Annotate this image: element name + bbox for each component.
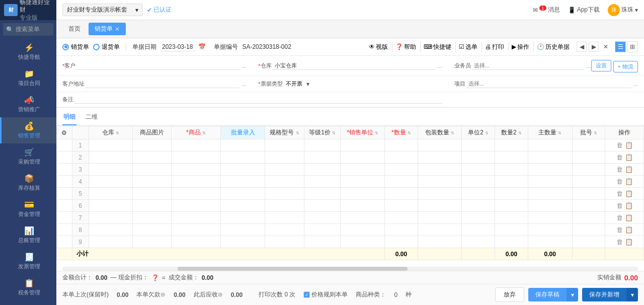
quantity-col-header[interactable]: *数量 ⇅: [385, 126, 418, 139]
delete-row-button[interactable]: 🗑: [616, 214, 623, 221]
price-rule-checkbox[interactable]: 价格规则本单: [303, 290, 348, 299]
sidebar-item-tax[interactable]: 📋 税务管理: [0, 274, 56, 300]
sidebar-item-purchase[interactable]: 🛒 采购管理: [0, 143, 56, 170]
unit2-col-header[interactable]: 单位2 ⇅: [462, 126, 495, 139]
prev-doc-button[interactable]: ◀: [577, 42, 587, 52]
customer-picker-button[interactable]: ...: [242, 63, 246, 69]
history-action[interactable]: 🕐 历史单据: [533, 42, 573, 52]
project-input[interactable]: [466, 80, 631, 88]
row-product[interactable]: [171, 139, 221, 151]
salesperson-input[interactable]: [472, 61, 585, 70]
discard-button[interactable]: 放弃: [495, 287, 524, 302]
main-qty-col-header[interactable]: 主数量 ⇅: [528, 126, 572, 139]
batch-col-header[interactable]: 批号 ⇅: [572, 126, 605, 139]
radio-return[interactable]: 退货单: [93, 43, 120, 51]
invoice-select[interactable]: 不开票 ▾: [284, 79, 442, 89]
delete-row-button[interactable]: 🗑: [616, 190, 623, 197]
company-selector[interactable]: 好业财专业版演示帐套 ▾: [62, 4, 143, 16]
table-scroll-area[interactable]: ⚙ 仓库 ⇅ 商品图片 *商品 ⇅: [56, 126, 644, 267]
customer-addr-picker-button[interactable]: ...: [242, 81, 246, 87]
copy-row-button[interactable]: 📋: [625, 154, 633, 161]
tab-home[interactable]: 首页: [62, 23, 87, 35]
customer-addr-input[interactable]: [86, 80, 239, 88]
scrollbar-thumb[interactable]: [178, 267, 408, 271]
sidebar-item-capital[interactable]: 💳 资金管理: [0, 196, 56, 222]
product-col-header[interactable]: *商品 ⇅: [171, 126, 221, 139]
user-avatar[interactable]: 珠 珠珠 ▾: [608, 4, 638, 16]
help-action[interactable]: ❓ 帮助: [392, 42, 419, 52]
print-action[interactable]: 🖨 打印: [481, 42, 507, 52]
save-new-button[interactable]: 保存并新增: [582, 288, 626, 301]
warehouse-col-header[interactable]: 仓库 ⇅: [89, 126, 133, 139]
view-action[interactable]: 👁 视版: [366, 42, 391, 52]
sidebar-item-invoice[interactable]: 🧾 发票管理: [0, 248, 56, 274]
row-main-qty[interactable]: [528, 139, 572, 151]
row-product-img[interactable]: [133, 139, 172, 151]
sidebar-item-general[interactable]: 📊 总账管理: [0, 222, 56, 248]
copy-row-button[interactable]: 📋: [625, 214, 633, 221]
grid-view-button[interactable]: ⊞: [627, 41, 638, 52]
shortcut-action[interactable]: ⌨ 快捷键: [420, 42, 454, 52]
sidebar-item-quick-nav[interactable]: ⚡ 快捷导航: [0, 39, 56, 65]
save-new-dropdown-button[interactable]: ▾: [626, 288, 638, 301]
horizontal-scrollbar[interactable]: [62, 267, 638, 271]
price-col-header[interactable]: 等级1价 ⇅: [304, 126, 341, 139]
row-unit2[interactable]: [462, 139, 495, 151]
delete-row-button[interactable]: 🗑: [616, 202, 623, 209]
sidebar-item-marketing[interactable]: 📣 营销推广: [0, 91, 56, 117]
batch-purchase-col-header[interactable]: 批量录入: [221, 126, 265, 139]
sidebar-item-sales[interactable]: 💰 销售管理: [0, 117, 56, 143]
copy-row-button[interactable]: 📋: [625, 166, 633, 173]
delete-row-button[interactable]: 🗑: [616, 178, 623, 185]
copy-row-button[interactable]: 📋: [625, 226, 633, 234]
row-batch[interactable]: [572, 139, 605, 151]
save-draft-button[interactable]: 保存草稿: [528, 288, 567, 301]
next-doc-button[interactable]: ▶: [589, 42, 599, 52]
sidebar-item-project[interactable]: 📁 项目合同: [0, 65, 56, 91]
sidebar-item-fixed[interactable]: 🏗️ 固定资产: [0, 300, 56, 305]
select-action[interactable]: ☑ 选单: [455, 42, 480, 52]
delete-row-button[interactable]: 🗑: [616, 238, 623, 246]
settings-col-header[interactable]: ⚙: [57, 126, 72, 139]
calendar-icon[interactable]: 📅: [198, 43, 206, 50]
row-quantity[interactable]: [385, 139, 418, 151]
sales-unit-col-header[interactable]: *销售单位 ⇅: [341, 126, 385, 139]
copy-row-button[interactable]: 📋: [625, 238, 633, 246]
row-warehouse[interactable]: [89, 139, 133, 151]
doc-close-button[interactable]: ✕: [601, 42, 611, 52]
app-download-button[interactable]: 📱 App下载: [568, 6, 600, 14]
copy-row-button[interactable]: 📋: [625, 190, 633, 197]
message-button[interactable]: ✉ 1 消息: [533, 6, 560, 14]
customer-input[interactable]: [76, 61, 239, 70]
delete-row-button[interactable]: 🗑: [616, 154, 623, 161]
delete-row-button[interactable]: 🗑: [616, 141, 623, 149]
search-menu-button[interactable]: 🔍 搜索菜单: [3, 23, 53, 36]
row-spec[interactable]: [265, 139, 304, 151]
operate-action[interactable]: ▶ 操作: [508, 42, 532, 52]
product-img-col-header[interactable]: 商品图片: [133, 126, 172, 139]
delete-row-button[interactable]: 🗑: [616, 166, 623, 173]
notes-input[interactable]: [74, 95, 442, 104]
row-batch-purchase[interactable]: [221, 139, 265, 151]
detail-tab-2d[interactable]: 二维: [85, 111, 99, 125]
spec-col-header[interactable]: 规格型号 ⇅: [265, 126, 304, 139]
discount-help-icon[interactable]: ❓: [151, 274, 159, 281]
row-qty2[interactable]: [495, 139, 528, 151]
qty2-col-header[interactable]: 数量2 ⇅: [495, 126, 528, 139]
save-draft-dropdown-button[interactable]: ▾: [567, 288, 578, 301]
copy-row-button[interactable]: 📋: [625, 178, 633, 185]
list-view-button[interactable]: ☰: [615, 41, 626, 52]
doc-date-value[interactable]: 2023-03-18: [160, 43, 194, 51]
package-qty-col-header[interactable]: 包装数量 ⇅: [418, 126, 462, 139]
add-logistics-button[interactable]: + 物流: [613, 61, 638, 72]
project-picker-button[interactable]: ...: [633, 81, 638, 87]
detail-tab-detail[interactable]: 明细: [62, 111, 76, 125]
row-package-qty[interactable]: [418, 139, 462, 151]
row-price[interactable]: [304, 139, 341, 151]
warehouse-picker-button[interactable]: ...: [437, 63, 442, 69]
tab-close-icon[interactable]: ✕: [115, 26, 120, 33]
copy-row-button[interactable]: 📋: [625, 202, 633, 209]
row-sales-unit[interactable]: [341, 139, 385, 151]
warehouse-input[interactable]: [273, 61, 436, 70]
radio-sales[interactable]: 销货单: [62, 43, 89, 51]
